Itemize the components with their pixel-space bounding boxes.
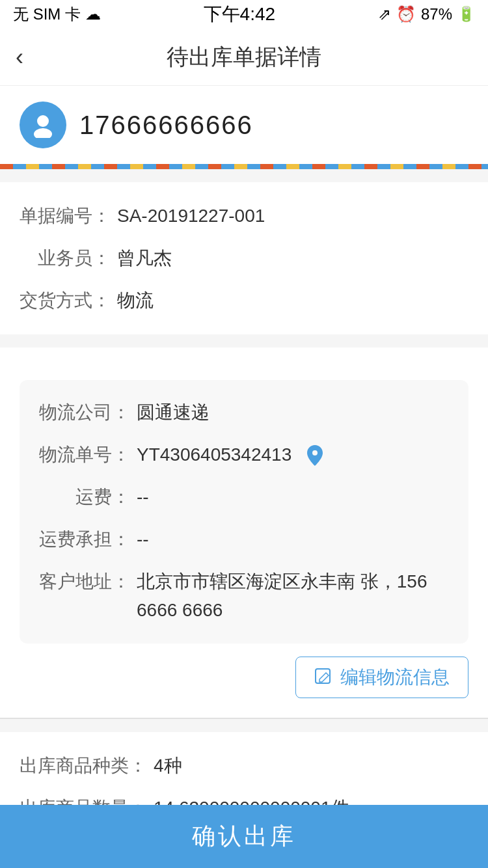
tracking-value-row: YT4306405342413	[137, 441, 449, 470]
goods-types-row: 出库商品种类： 4种	[20, 752, 468, 781]
logistics-section: 物流公司： 圆通速递 物流单号： YT4306405342413 运费： -- …	[0, 347, 488, 718]
doc-number-row: 单据编号： SA-20191227-001	[20, 202, 468, 231]
nav-bar: ‹ 待出库单据详情	[0, 29, 488, 86]
status-right: ⇗ ⏰ 87% 🔋	[378, 5, 475, 23]
tracking-number: YT4306405342413	[137, 441, 291, 470]
sim-status: 无 SIM 卡 ☁	[13, 4, 101, 25]
logistics-company-row: 物流公司： 圆通速递	[39, 398, 449, 427]
svg-point-1	[34, 128, 52, 138]
address-row: 客户地址： 北京市市辖区海淀区永丰南 张，156 6666 6666	[39, 567, 449, 626]
avatar	[20, 102, 66, 148]
tracking-label: 物流单号：	[39, 441, 130, 470]
freight-bear-row: 运费承担： --	[39, 525, 449, 554]
logistics-card: 物流公司： 圆通速递 物流单号： YT4306405342413 运费： -- …	[20, 380, 468, 644]
freight-bear-value: --	[137, 525, 449, 554]
location-pin-icon[interactable]	[302, 442, 328, 468]
battery-icon: 🔋	[457, 6, 475, 23]
back-button[interactable]: ‹	[16, 44, 23, 71]
logistics-company-value: 圆通速递	[137, 398, 449, 427]
user-icon	[30, 112, 56, 138]
tracking-row: 物流单号： YT4306405342413	[39, 441, 449, 470]
edit-logistics-button[interactable]: 编辑物流信息	[295, 657, 468, 698]
divider-line	[0, 718, 488, 719]
svg-point-0	[37, 115, 49, 127]
confirm-button-wrap: 确认出库	[0, 805, 488, 868]
delivery-method-label: 交货方式：	[20, 286, 111, 316]
battery-status: 87%	[421, 5, 452, 23]
goods-types-label: 出库商品种类：	[20, 752, 147, 781]
doc-number-value: SA-20191227-001	[117, 202, 468, 231]
edit-icon	[314, 668, 334, 687]
edit-logistics-label: 编辑物流信息	[340, 665, 450, 690]
freight-row: 运费： --	[39, 483, 449, 512]
basic-info-section: 单据编号： SA-20191227-001 业务员： 曾凡杰 交货方式： 物流	[0, 182, 488, 334]
doc-number-label: 单据编号：	[20, 202, 111, 231]
status-left: 无 SIM 卡 ☁	[13, 4, 101, 25]
page-title: 待出库单据详情	[167, 42, 321, 72]
salesperson-value: 曾凡杰	[117, 244, 468, 273]
edit-logistics-row: 编辑物流信息	[20, 644, 468, 698]
salesperson-label: 业务员：	[20, 244, 111, 273]
location-status-icon: ⇗	[378, 5, 391, 23]
customer-phone: 17666666666	[79, 111, 253, 140]
status-bar: 无 SIM 卡 ☁ 下午4:42 ⇗ ⏰ 87% 🔋	[0, 0, 488, 29]
customer-header: 17666666666	[0, 86, 488, 164]
address-label: 客户地址：	[39, 567, 130, 597]
delivery-method-value: 物流	[117, 286, 468, 316]
freight-label: 运费：	[39, 483, 130, 512]
salesperson-row: 业务员： 曾凡杰	[20, 244, 468, 273]
goods-types-value: 4种	[154, 752, 468, 781]
logistics-company-label: 物流公司：	[39, 398, 130, 427]
address-value: 北京市市辖区海淀区永丰南 张，156 6666 6666	[137, 567, 449, 626]
dashed-divider	[0, 164, 488, 169]
delivery-method-row: 交货方式： 物流	[20, 286, 468, 316]
alarm-icon: ⏰	[396, 5, 416, 23]
confirm-outbound-button[interactable]: 确认出库	[20, 821, 468, 852]
freight-value: --	[137, 483, 449, 512]
status-time: 下午4:42	[204, 2, 276, 27]
freight-bear-label: 运费承担：	[39, 525, 130, 554]
